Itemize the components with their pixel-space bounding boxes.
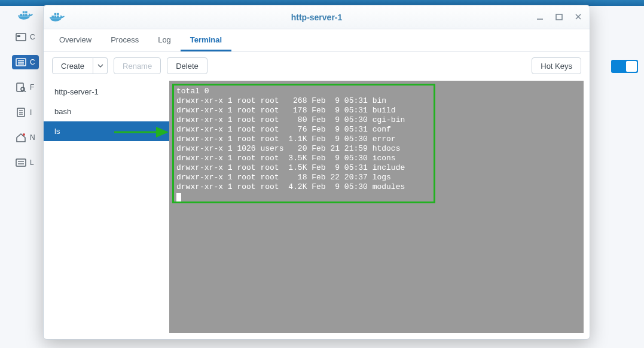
svg-rect-25 [54,13,56,15]
container-details-window: http-server-1 Overview Process Log Termi… [43,5,590,340]
delete-button[interactable]: Delete [167,57,207,74]
side-nav-item-4[interactable]: N [12,130,39,145]
side-nav-item-5[interactable]: L [12,155,39,170]
create-dropdown-toggle[interactable] [93,57,108,74]
docker-whale-icon [18,8,33,22]
search-page-icon [16,83,26,92]
hotkeys-button[interactable]: Hot Keys [532,57,581,74]
side-nav-item-2[interactable]: F [12,80,39,94]
toolbar: Create Rename Delete Hot Keys [44,52,590,80]
create-button[interactable]: Create [52,57,93,74]
home-icon [16,133,26,142]
sidebar-item-ls[interactable]: ls [44,121,169,141]
svg-rect-28 [556,14,562,20]
rename-button[interactable]: Rename [114,57,161,74]
terminal-cursor [176,193,181,202]
svg-line-13 [24,90,26,92]
content-area: http-server-1 bash ls total 0 drwxr-xr-x… [44,80,590,339]
background-toggle[interactable] [611,60,638,73]
minimize-button[interactable] [535,11,545,22]
tab-bar: Overview Process Log Terminal [44,29,590,52]
close-button[interactable] [573,11,584,22]
tab-overview[interactable]: Overview [50,30,101,51]
svg-rect-6 [17,35,20,37]
side-nav-item-1[interactable]: C [12,55,39,69]
annotation-arrow [114,125,174,139]
tab-process[interactable]: Process [101,30,148,51]
side-nav-item-3[interactable]: I [12,105,39,120]
terminal-panel: total 0 drwxr-xr-x 1 root root 268 Feb 9… [169,80,590,339]
create-button-group: Create [52,57,108,74]
terminal-viewport[interactable]: total 0 drwxr-xr-x 1 root root 268 Feb 9… [169,81,584,333]
svg-rect-19 [16,159,26,166]
background-side-nav: C C F I N L [12,30,39,170]
terminal-output: total 0 drwxr-xr-x 1 root root 268 Feb 9… [169,81,584,210]
svg-rect-3 [23,11,25,13]
window-title: http-server-1 [44,13,590,22]
svg-rect-4 [25,11,27,13]
docker-whale-icon [50,10,65,24]
tab-log[interactable]: Log [148,30,181,51]
sidebar-item-bash[interactable]: bash [44,102,169,121]
card-icon [16,32,26,42]
list-icon [16,57,26,67]
list2-icon [16,158,26,167]
side-nav-item-0[interactable]: C [12,30,39,44]
terminal-sidebar: http-server-1 bash ls [44,80,169,339]
maximize-button[interactable] [554,11,564,22]
sidebar-item-http-server[interactable]: http-server-1 [44,82,169,102]
titlebar[interactable]: http-server-1 [44,5,590,29]
toggle-knob [626,61,637,72]
doc-icon [16,108,26,117]
tab-terminal[interactable]: Terminal [181,30,231,51]
svg-rect-26 [57,13,59,15]
svg-point-18 [23,133,25,136]
